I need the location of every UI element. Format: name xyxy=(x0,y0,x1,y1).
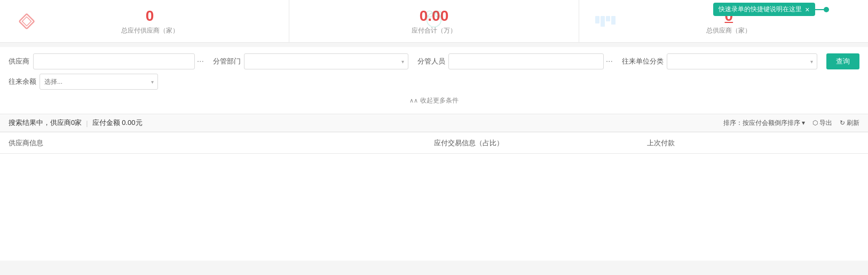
tooltip-text: 快速录单的快捷键说明在这里 xyxy=(719,5,802,14)
export-button[interactable]: ⬡ 导出 xyxy=(812,119,832,128)
results-bar: 搜索结果中，供应商0家 | 应付金额 0.00元 排序：按应付会额倒序排序 ▾ … xyxy=(0,114,868,132)
query-button[interactable]: 查询 xyxy=(826,53,859,69)
supplier-filter: 供应商 ··· xyxy=(9,53,204,69)
bar3 xyxy=(606,16,610,21)
results-info-area: 搜索结果中，供应商0家 | 应付金额 0.00元 xyxy=(9,118,143,128)
card1-content: 0 总应付供应商（家） xyxy=(121,7,179,35)
sort-chevron-icon: ▾ xyxy=(802,119,805,127)
table-body xyxy=(0,154,868,261)
manager-input[interactable] xyxy=(448,53,604,69)
department-filter: 分管部门 ▾ xyxy=(213,53,408,69)
refresh-label: 刷新 xyxy=(847,119,859,128)
collapse-btn[interactable]: ∧∧ 收起更多条件 xyxy=(409,96,459,105)
balance-label: 往来余额 xyxy=(9,77,36,87)
manager-label: 分管人员 xyxy=(417,57,445,66)
table-header: 供应商信息 应付交易信息（占比） 上次付款 xyxy=(0,133,868,154)
svg-rect-1 xyxy=(22,17,31,26)
export-label: 导出 xyxy=(819,119,832,128)
unit-category-filter: 往来单位分类 ▾ xyxy=(622,53,817,69)
filter-section: 供应商 ··· 分管部门 ▾ 分管人员 ··· xyxy=(0,47,868,114)
mini-chart-icon xyxy=(595,16,616,27)
summary-card-total-suppliers: 快速录单的快捷键说明在这里 × 0 总供应商（家） xyxy=(579,0,868,42)
summary-bar: 0 总应付供应商（家） 0.00 应付合计（万） 快速录单的快捷键说明在这里 × xyxy=(0,0,868,43)
bar4 xyxy=(611,16,616,25)
manager-filter: 分管人员 ··· xyxy=(417,53,613,69)
supplier-input-wrap: ··· xyxy=(33,53,204,69)
collapse-bar: ∧∧ 收起更多条件 xyxy=(9,94,859,109)
results-info: 搜索结果中，供应商0家 xyxy=(9,118,82,128)
bar2 xyxy=(601,16,605,27)
tooltip-close-btn[interactable]: × xyxy=(805,6,809,13)
sort-button[interactable]: 排序：按应付会额倒序排序 ▾ xyxy=(723,119,805,128)
supplier-dots[interactable]: ··· xyxy=(197,57,204,66)
refresh-icon: ↻ xyxy=(840,119,845,127)
col-payable-transaction: 应付交易信息（占比） xyxy=(434,138,647,148)
supplier-input[interactable] xyxy=(33,53,195,69)
filter-row-2: 往来余额 ▾ xyxy=(9,74,859,90)
department-select-wrap: ▾ xyxy=(244,53,408,69)
bar1 xyxy=(595,16,599,23)
col-payable-transaction-label: 应付交易信息（占比） xyxy=(434,139,503,147)
unit-category-label: 往来单位分类 xyxy=(622,57,664,66)
unit-category-select-wrap: ▾ xyxy=(667,53,817,69)
sort-label: 排序：按应付会额倒序排序 xyxy=(723,119,800,128)
export-icon: ⬡ xyxy=(812,119,818,127)
balance-select-wrap: ▾ xyxy=(40,74,158,90)
col-supplier-info-label: 供应商信息 xyxy=(9,139,43,147)
filter-row-1: 供应商 ··· 分管部门 ▾ 分管人员 ··· xyxy=(9,53,859,69)
supplier-label: 供应商 xyxy=(9,57,30,66)
department-input[interactable] xyxy=(244,53,408,69)
col-last-payment: 上次付款 xyxy=(647,138,860,148)
department-label: 分管部门 xyxy=(213,57,241,66)
results-separator: | xyxy=(86,119,88,127)
summary-card-payable-suppliers: 0 总应付供应商（家） xyxy=(0,0,289,42)
sep1 xyxy=(208,53,209,69)
payable-suppliers-label: 总应付供应商（家） xyxy=(121,26,179,35)
diamond-icon xyxy=(16,11,37,32)
summary-card-payable-total: 0.00 应付合计（万） xyxy=(289,0,579,42)
svg-point-5 xyxy=(432,18,436,22)
unit-category-input[interactable] xyxy=(667,53,817,69)
results-amount: 应付金额 0.00元 xyxy=(92,118,143,128)
bear-icon xyxy=(421,4,447,31)
sep4 xyxy=(822,53,822,69)
sep3 xyxy=(617,53,618,69)
sep2 xyxy=(413,53,413,69)
payable-suppliers-value: 0 xyxy=(146,7,154,25)
tooltip-dot xyxy=(823,7,828,12)
col-supplier-info: 供应商信息 xyxy=(9,138,434,148)
tooltip-bubble: 快速录单的快捷键说明在这里 × xyxy=(713,3,815,16)
refresh-button[interactable]: ↻ 刷新 xyxy=(840,119,859,128)
manager-input-wrap: ··· xyxy=(448,53,613,69)
col-last-payment-label: 上次付款 xyxy=(647,139,675,147)
collapse-label: 收起更多条件 xyxy=(420,96,459,105)
balance-filter: 往来余额 ▾ xyxy=(9,74,158,90)
svg-rect-0 xyxy=(19,13,34,28)
balance-input[interactable] xyxy=(40,74,158,90)
manager-dots[interactable]: ··· xyxy=(606,57,613,66)
collapse-up-icon: ∧∧ xyxy=(409,97,418,104)
total-suppliers-label: 总供应商（家） xyxy=(706,26,751,35)
results-actions: 排序：按应付会额倒序排序 ▾ ⬡ 导出 ↻ 刷新 xyxy=(723,119,859,128)
